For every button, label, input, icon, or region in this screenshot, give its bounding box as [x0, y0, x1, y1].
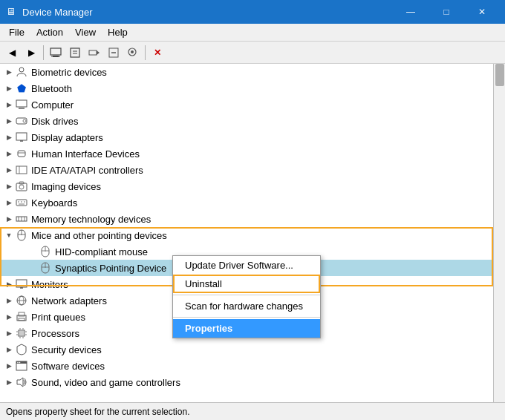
scan-button[interactable] — [124, 44, 142, 62]
label-imaging: Imaging devices — [31, 181, 101, 192]
properties-button[interactable] — [66, 44, 84, 62]
svg-point-10 — [131, 50, 134, 53]
icon-network — [15, 294, 28, 307]
svg-rect-0 — [50, 48, 61, 55]
tree-item-biometric[interactable]: ▶ Biometric devices — [0, 64, 505, 80]
svg-rect-22 — [16, 183, 27, 191]
svg-point-23 — [19, 185, 24, 189]
minimize-button[interactable]: — — [394, 0, 428, 24]
status-bar: Opens property sheet for the current sel… — [0, 402, 505, 420]
close-button[interactable]: ✕ — [465, 0, 499, 24]
label-mice: Mice and other pointing devices — [31, 230, 167, 241]
tree-item-disk[interactable]: ▶ Disk drives — [0, 113, 505, 129]
icon-software — [15, 359, 28, 373]
title-bar-left: 🖥 Device Manager — [6, 6, 93, 18]
label-bluetooth: Bluetooth — [31, 83, 72, 94]
svg-rect-14 — [16, 118, 27, 124]
ctx-update-driver[interactable]: Update Driver Software... — [173, 256, 320, 275]
tree-item-computer[interactable]: ▶ Computer — [0, 96, 505, 113]
status-text: Opens property sheet for the current sel… — [6, 407, 189, 417]
tree-item-imaging[interactable]: ▶ Imaging devices — [0, 178, 505, 194]
remove-button[interactable]: ✕ — [149, 44, 166, 62]
svg-rect-53 — [19, 331, 24, 335]
expand-monitors[interactable]: ▶ — [3, 278, 15, 290]
menu-view[interactable]: View — [69, 24, 102, 41]
computer-button[interactable] — [47, 44, 65, 62]
tree-item-mice[interactable]: ▼ Mice and other pointing devices — [0, 227, 505, 243]
maximize-button[interactable]: □ — [429, 0, 463, 24]
svg-point-11 — [19, 68, 24, 72]
tree-item-software[interactable]: ▶ Software devices — [0, 358, 505, 374]
icon-display — [15, 131, 28, 144]
icon-security — [15, 343, 28, 356]
expand-memory[interactable]: ▶ — [3, 213, 15, 225]
update-driver-button[interactable] — [85, 44, 103, 62]
label-sound: Sound, video and game controllers — [31, 377, 180, 388]
label-disk: Disk drives — [31, 116, 79, 127]
label-network: Network adapters — [31, 295, 107, 306]
label-security: Security devices — [31, 344, 102, 355]
expand-display[interactable]: ▶ — [3, 131, 15, 143]
scroll-thumb[interactable] — [495, 64, 504, 86]
icon-monitors — [15, 278, 28, 291]
menu-file[interactable]: File — [3, 24, 30, 41]
tree-item-display[interactable]: ▶ Display adapters — [0, 129, 505, 145]
tree-item-keyboards[interactable]: ▶ Keyboards — [0, 194, 505, 211]
svg-rect-43 — [16, 280, 27, 287]
label-computer: Computer — [31, 99, 74, 111]
icon-memory — [15, 212, 28, 226]
svg-marker-66 — [17, 378, 23, 387]
icon-disk — [15, 114, 28, 128]
expand-processors[interactable]: ▶ — [3, 327, 15, 339]
toolbar-sep-2 — [145, 45, 146, 60]
icon-keyboards — [15, 196, 28, 209]
uninstall-button[interactable] — [105, 44, 123, 62]
svg-rect-18 — [18, 151, 25, 157]
tree-item-memory[interactable]: ▶ Memory technology devices — [0, 211, 505, 227]
back-button[interactable]: ◀ — [3, 44, 21, 62]
expand-hid[interactable]: ▶ — [3, 148, 15, 160]
ctx-scan[interactable]: Scan for hardware changes — [173, 297, 320, 315]
label-keyboards: Keyboards — [31, 197, 77, 209]
tree-item-bluetooth[interactable]: ▶ ⬟ Bluetooth — [0, 80, 505, 96]
expand-disk[interactable]: ▶ — [3, 115, 15, 127]
tree-item-hid[interactable]: ▶ Human Interface Devices — [0, 145, 505, 162]
window-controls: — □ ✕ — [394, 0, 499, 24]
label-memory: Memory technology devices — [31, 214, 151, 225]
svg-rect-13 — [19, 108, 25, 109]
expand-mice[interactable]: ▼ — [3, 229, 15, 241]
expand-computer[interactable]: ▶ — [3, 99, 15, 111]
expand-network[interactable]: ▶ — [3, 295, 15, 306]
expand-biometric[interactable]: ▶ — [3, 66, 15, 78]
expand-software[interactable]: ▶ — [3, 360, 15, 372]
expand-imaging[interactable]: ▶ — [3, 180, 15, 192]
icon-computer — [15, 98, 28, 111]
ctx-uninstall[interactable]: Uninstall — [173, 275, 320, 293]
svg-point-64 — [17, 362, 19, 364]
toolbar-sep-1 — [43, 45, 44, 60]
tree-item-ide[interactable]: ▶ IDE ATA/ATAPI controllers — [0, 162, 505, 178]
scrollbar[interactable] — [493, 64, 505, 402]
tree-item-security[interactable]: ▶ Security devices — [0, 341, 505, 358]
svg-rect-3 — [71, 48, 79, 57]
icon-mice — [15, 229, 28, 242]
svg-rect-16 — [16, 133, 27, 140]
expand-keyboards[interactable]: ▶ — [3, 197, 15, 209]
icon-synaptics — [39, 261, 52, 275]
expand-ide[interactable]: ▶ — [3, 164, 15, 176]
icon-processors — [15, 327, 28, 340]
expand-print[interactable]: ▶ — [3, 311, 15, 323]
label-monitors: Monitors — [31, 279, 68, 290]
expand-security[interactable]: ▶ — [3, 344, 15, 355]
svg-point-65 — [19, 362, 21, 364]
menu-help[interactable]: Help — [102, 24, 134, 41]
forward-button[interactable]: ▶ — [22, 44, 40, 62]
svg-rect-6 — [89, 50, 97, 55]
tree-item-sound[interactable]: ▶ Sound, video and game controllers — [0, 374, 505, 390]
expand-bluetooth[interactable]: ▶ — [3, 82, 15, 94]
device-tree[interactable]: ▶ Biometric devices ▶ ⬟ Bluetooth ▶ Comp… — [0, 64, 505, 402]
label-print: Print queues — [31, 312, 85, 323]
expand-sound[interactable]: ▶ — [3, 376, 15, 388]
menu-action[interactable]: Action — [30, 24, 69, 41]
ctx-properties[interactable]: Properties — [173, 319, 320, 338]
